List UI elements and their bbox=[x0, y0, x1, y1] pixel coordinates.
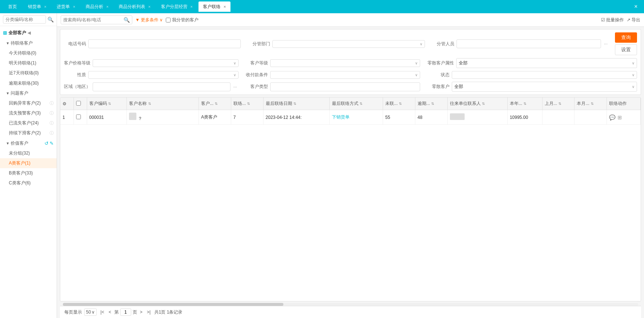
sidebar-item-a-class[interactable]: A类客户(1) bbox=[0, 158, 57, 168]
sort-contacts-icon[interactable]: ⇅ bbox=[482, 102, 485, 106]
nav-tab-customer-seg[interactable]: 客户分层经营 × bbox=[157, 1, 197, 12]
sidebar-search-input[interactable] bbox=[3, 15, 46, 24]
page-size-select[interactable]: 50 ∨ bbox=[84, 308, 97, 316]
sidebar-item-today[interactable]: 今天待联络(0) bbox=[0, 48, 57, 58]
sidebar-item-c-class[interactable]: C类客户(6) bbox=[0, 178, 57, 188]
close-all-tabs-button[interactable]: × bbox=[631, 1, 641, 12]
refresh-icon[interactable]: ↺ bbox=[44, 141, 49, 146]
horizontal-scrollbar[interactable] bbox=[63, 303, 638, 306]
nav-tab-analysis-list[interactable]: 商品分析列表 × bbox=[114, 1, 155, 12]
last-method-link[interactable]: 下销货单 bbox=[332, 114, 350, 120]
edit-icon[interactable]: ✎ bbox=[50, 141, 54, 146]
close-tab-analysis-list-icon[interactable]: × bbox=[148, 4, 150, 9]
sort-year-icon[interactable]: ⇅ bbox=[523, 102, 526, 106]
sidebar-item-churn-warning[interactable]: 流失预警客户(3) ⓘ bbox=[0, 108, 57, 118]
retail-attr-select[interactable]: 全部 ∨ bbox=[456, 58, 637, 68]
td-contacts bbox=[447, 110, 507, 125]
th-name: 客户名称 ⇅ bbox=[127, 98, 199, 110]
prev-page-button[interactable]: < bbox=[107, 309, 112, 315]
close-tab-analysis-icon[interactable]: × bbox=[106, 4, 108, 9]
chevron-dept-icon: ∨ bbox=[420, 42, 422, 46]
close-tab-purchase-icon[interactable]: × bbox=[73, 4, 75, 9]
person-more-icon[interactable]: ··· bbox=[602, 41, 609, 46]
person-input[interactable] bbox=[457, 39, 601, 48]
query-button[interactable]: 查询 bbox=[615, 32, 637, 43]
sort-overdue-icon[interactable]: ⇅ bbox=[431, 102, 434, 106]
next-page-button[interactable]: > bbox=[139, 309, 144, 315]
payment-select[interactable]: ∨ bbox=[270, 71, 421, 79]
nav-tab-purchase[interactable]: 进货单 × bbox=[52, 1, 79, 12]
filter-row-2: 客户价格等级 ∨ 客户等级 ∨ 零散客户属性 全部 bbox=[64, 58, 637, 68]
cust-level-select[interactable]: ∨ bbox=[270, 59, 421, 67]
sidebar-group-value[interactable]: ▼ 价值客户 ↺ ✎ bbox=[0, 138, 57, 148]
dept-select[interactable]: ∨ bbox=[272, 40, 425, 48]
sort-this-month-icon[interactable]: ⇅ bbox=[591, 102, 594, 106]
region-input[interactable] bbox=[93, 82, 230, 91]
sidebar-item-b-class[interactable]: B类客户(33) bbox=[0, 168, 57, 178]
search-input[interactable] bbox=[63, 17, 122, 22]
td-level: A类客户 bbox=[198, 110, 231, 125]
search-button[interactable]: 🔍 bbox=[124, 17, 130, 23]
sort-name-icon[interactable]: ⇅ bbox=[148, 102, 151, 106]
sidebar-search-icon[interactable]: 🔍 bbox=[47, 17, 54, 22]
settings-icon[interactable]: ⚙ bbox=[62, 101, 67, 106]
export-button[interactable]: ↗ 导出 bbox=[627, 17, 640, 23]
status-select[interactable]: ∨ bbox=[452, 71, 637, 79]
sidebar-group-problem[interactable]: ▼ 问题客户 bbox=[0, 88, 57, 98]
retail-cust-select[interactable]: 全部 ∨ bbox=[452, 82, 637, 92]
settings-button[interactable]: 设置 bbox=[615, 44, 637, 55]
sidebar-group-pending[interactable]: ▼ 待联络客户 bbox=[0, 38, 57, 48]
checkbox-icon: ☑ bbox=[601, 17, 605, 22]
triangle-icon-3: ▼ bbox=[6, 141, 10, 145]
message-action-icon[interactable]: 💬 bbox=[609, 114, 615, 120]
toolbar: 🔍 ▼ 更多条件 ∨ 我分管的客户 ☑ 批量操作 ↗ 导出 bbox=[57, 13, 644, 27]
footer: 每页显示 50 ∨ |< < 第 页 > >| 共1页 1条记录 bbox=[60, 306, 641, 318]
first-page-button[interactable]: |< bbox=[99, 309, 105, 315]
nature-select[interactable]: ∨ bbox=[88, 71, 239, 79]
sort-code-icon[interactable]: ⇅ bbox=[108, 102, 111, 106]
sort-last-month-icon[interactable]: ⇅ bbox=[558, 102, 561, 106]
sort-level-icon[interactable]: ⇅ bbox=[215, 102, 218, 106]
close-tab-customer-seg-icon[interactable]: × bbox=[190, 4, 193, 9]
sidebar-item-ungroup[interactable]: 未分组(32) bbox=[0, 148, 57, 158]
page-number-input[interactable] bbox=[120, 308, 131, 316]
sidebar-item-declining[interactable]: 持续下滑客户(2) ⓘ bbox=[0, 128, 57, 138]
close-tab-sales-icon[interactable]: × bbox=[44, 4, 46, 9]
td-name: ？ bbox=[127, 110, 199, 125]
more-action-icon[interactable]: ⊞ bbox=[618, 114, 622, 120]
more-filter-button[interactable]: ▼ 更多条件 ∨ bbox=[135, 17, 163, 23]
sidebar-item-tomorrow[interactable]: 明天待联络(1) bbox=[0, 58, 57, 68]
cust-type-input[interactable] bbox=[270, 82, 421, 91]
page-nav: |< < 第 页 > >| bbox=[99, 308, 152, 316]
filter-icon: ▼ bbox=[135, 17, 140, 22]
sort-date-icon[interactable]: ⇅ bbox=[293, 102, 296, 106]
sidebar-item-repurchase-abnormal[interactable]: 回购异常客户(2) ⓘ bbox=[0, 98, 57, 108]
topnav: 首页 销货单 × 进货单 × 商品分析 × 商品分析列表 × 客户分层经营 × … bbox=[0, 0, 644, 13]
th-last-date: 最后联络日期 ⇅ bbox=[263, 98, 330, 110]
filter-dept: 分管部门 ∨ bbox=[248, 40, 425, 48]
nav-tab-sales[interactable]: 销货单 × bbox=[24, 1, 51, 12]
td-last-month bbox=[542, 110, 575, 125]
sort-uncontacted-icon[interactable]: ⇅ bbox=[399, 102, 402, 106]
sidebar-item-7days[interactable]: 近7天待联络(0) bbox=[0, 68, 57, 78]
nav-tab-customer-contact[interactable]: 客户联络 × bbox=[198, 1, 230, 12]
region-more-icon[interactable]: ··· bbox=[232, 84, 239, 89]
sidebar-item-churned[interactable]: 已流失客户(24) ⓘ bbox=[0, 118, 57, 128]
sidebar-all-customers[interactable]: ⊞ 全部客户 ◀ bbox=[0, 28, 57, 38]
sidebar-item-overdue[interactable]: 逾期未联络(30) bbox=[0, 78, 57, 88]
price-level-select[interactable]: ∨ bbox=[93, 59, 239, 67]
close-tab-customer-contact-icon[interactable]: × bbox=[223, 4, 226, 9]
last-page-button[interactable]: >| bbox=[146, 309, 152, 315]
batch-operation-button[interactable]: ☑ 批量操作 bbox=[601, 17, 624, 23]
sort-contact-icon[interactable]: ⇅ bbox=[247, 102, 250, 106]
nav-tab-analysis[interactable]: 商品分析 × bbox=[81, 1, 113, 12]
select-all-checkbox[interactable] bbox=[76, 101, 81, 106]
sort-method-icon[interactable]: ⇅ bbox=[359, 102, 362, 106]
nav-home[interactable]: 首页 bbox=[3, 1, 22, 12]
phone-input[interactable] bbox=[88, 39, 241, 48]
scrollbar-thumb[interactable] bbox=[63, 303, 283, 306]
row-checkbox[interactable] bbox=[76, 114, 81, 119]
info-icon-1: ⓘ bbox=[50, 100, 54, 107]
td-contact-count: 7 bbox=[231, 110, 263, 125]
my-customers-checkbox[interactable] bbox=[166, 18, 171, 22]
